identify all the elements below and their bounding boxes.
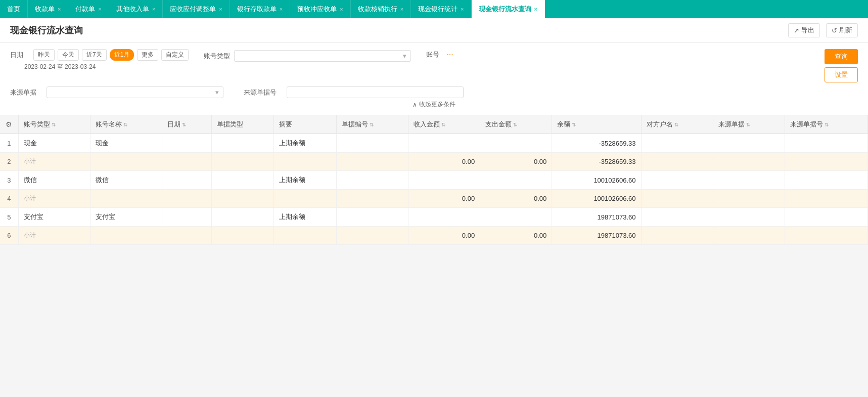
date-btn-today[interactable]: 今天: [58, 49, 79, 61]
date-btn-yesterday[interactable]: 昨天: [33, 49, 55, 61]
col-header-date[interactable]: 日期⇅: [162, 115, 211, 134]
source-doc-value: [51, 89, 53, 96]
query-button[interactable]: 查询: [825, 49, 858, 64]
expense-cell: 0.00: [480, 227, 552, 245]
nav-tab-home[interactable]: 首页: [0, 0, 28, 18]
col-header-doc-type: 单据类型: [211, 115, 274, 134]
source-doc-no-cell: [785, 190, 867, 208]
date-btn-7days[interactable]: 近7天: [82, 49, 107, 61]
header-actions: ↗ 导出 ↺ 刷新: [788, 23, 858, 37]
nav-tab-ar-ap-adjust[interactable]: 应收应付调整单×: [163, 0, 230, 18]
counterparty-cell: [641, 134, 713, 153]
row-number: 1: [0, 134, 18, 153]
close-tab-icon[interactable]: ×: [280, 6, 283, 12]
date-btn-custom[interactable]: 自定义: [161, 49, 189, 61]
income-cell: 0.00: [408, 190, 480, 208]
chevron-down-icon-2: ▾: [215, 89, 219, 96]
close-tab-icon[interactable]: ×: [58, 6, 61, 12]
chevron-up-icon: ∧: [413, 101, 417, 108]
col-label-counterparty: 对方户名: [647, 120, 673, 128]
refresh-button[interactable]: ↺ 刷新: [826, 23, 858, 37]
col-label-doc-type: 单据类型: [217, 120, 243, 128]
source-doc-cell: [713, 134, 785, 153]
date-cell: [162, 208, 211, 227]
settings-button[interactable]: 设置: [825, 67, 858, 82]
close-tab-icon[interactable]: ×: [98, 6, 101, 12]
table-settings-icon[interactable]: ⚙: [6, 120, 12, 128]
nav-tab-cash-bank-stat[interactable]: 现金银行统计×: [411, 0, 471, 18]
date-cell: [162, 190, 211, 208]
account-type-cell: 小计: [18, 190, 90, 208]
income-cell: [408, 208, 480, 227]
balance-cell: 19871073.60: [552, 208, 641, 227]
table-row[interactable]: 5支付宝支付宝上期余额19871073.60: [0, 208, 868, 227]
row-number: 3: [0, 171, 18, 190]
account-type-value: [239, 52, 241, 60]
close-tab-icon[interactable]: ×: [461, 6, 464, 12]
summary-cell: [274, 227, 337, 245]
expense-cell: [480, 208, 552, 227]
col-header-balance[interactable]: 余额⇅: [552, 115, 641, 134]
close-tab-icon[interactable]: ×: [400, 6, 403, 12]
doc-no-cell: [336, 190, 408, 208]
col-header-expense[interactable]: 支出金额⇅: [480, 115, 552, 134]
nav-tab-prepay-offset[interactable]: 预收冲应收单×: [290, 0, 350, 18]
table-row[interactable]: 2小计0.000.00-3528659.33: [0, 153, 868, 171]
col-header-account-name[interactable]: 账号名称⇅: [90, 115, 162, 134]
col-header-doc-no[interactable]: 单据编号⇅: [336, 115, 408, 134]
table-row[interactable]: 3微信微信上期余额100102606.60: [0, 171, 868, 190]
col-header-summary: 摘要: [274, 115, 337, 134]
source-doc-no-cell: [785, 208, 867, 227]
col-label-source-doc-no: 来源单据号: [790, 120, 823, 128]
source-doc-select[interactable]: ▾: [47, 86, 223, 98]
row-number: 5: [0, 208, 18, 227]
nav-tab-cash-bank-flow[interactable]: 现金银行流水查询×: [472, 0, 545, 18]
account-dots-button[interactable]: ···: [443, 50, 456, 59]
close-tab-icon[interactable]: ×: [534, 6, 537, 12]
summary-cell: 上期余额: [274, 208, 337, 227]
close-tab-icon[interactable]: ×: [219, 6, 222, 12]
col-header-income[interactable]: 收入金额⇅: [408, 115, 480, 134]
doc-no-cell: [336, 227, 408, 245]
account-name-cell: [90, 153, 162, 171]
doc-type-cell: [211, 208, 274, 227]
balance-cell: -3528659.33: [552, 134, 641, 153]
doc-type-cell: [211, 190, 274, 208]
filter-area: 日期 昨天今天近7天近1月更多自定义 2023-02-24 至 2023-03-…: [0, 43, 868, 115]
nav-tab-label: 现金银行流水查询: [479, 5, 531, 14]
sort-icon-account-name: ⇅: [123, 122, 127, 127]
nav-tab-label: 其他收入单: [116, 5, 149, 14]
account-type-select[interactable]: ▾: [234, 50, 411, 62]
nav-tab-receipt-verify[interactable]: 收款核销执行×: [351, 0, 411, 18]
close-tab-icon[interactable]: ×: [340, 6, 343, 12]
nav-tab-bank-deposit[interactable]: 银行存取款单×: [230, 0, 290, 18]
source-doc-no-cell: [785, 171, 867, 190]
date-cell: [162, 171, 211, 190]
source-doc-no-input[interactable]: [287, 86, 464, 98]
date-btn-1month[interactable]: 近1月: [110, 49, 134, 61]
table-header: ⚙账号类型⇅账号名称⇅日期⇅单据类型摘要单据编号⇅收入金额⇅支出金额⇅余额⇅对方…: [0, 115, 868, 134]
col-header-source-doc[interactable]: 来源单据⇅: [713, 115, 785, 134]
nav-tab-receipt[interactable]: 收款单×: [28, 0, 68, 18]
nav-tab-other-income[interactable]: 其他收入单×: [109, 0, 163, 18]
balance-cell: 19871073.60: [552, 227, 641, 245]
col-label-doc-no: 单据编号: [342, 120, 368, 128]
close-tab-icon[interactable]: ×: [152, 6, 155, 12]
chevron-down-icon: ▾: [403, 52, 406, 60]
expense-cell: [480, 134, 552, 153]
col-header-account-type[interactable]: 账号类型⇅: [18, 115, 90, 134]
table-row[interactable]: 6小计0.000.0019871073.60: [0, 227, 868, 245]
account-name-cell: 现金: [90, 134, 162, 153]
export-button[interactable]: ↗ 导出: [788, 23, 820, 37]
source-doc-no-cell: [785, 227, 867, 245]
summary-cell: [274, 190, 337, 208]
account-name-cell: 微信: [90, 171, 162, 190]
date-btn-more[interactable]: 更多: [137, 49, 158, 61]
table-row[interactable]: 4小计0.000.00100102606.60: [0, 190, 868, 208]
nav-tab-payment[interactable]: 付款单×: [68, 0, 109, 18]
collapse-button[interactable]: ∧ 收起更多条件: [413, 100, 455, 109]
nav-tab-label: 预收冲应收单: [297, 5, 337, 14]
col-header-counterparty[interactable]: 对方户名⇅: [641, 115, 713, 134]
col-header-source-doc-no[interactable]: 来源单据号⇅: [785, 115, 867, 134]
table-row[interactable]: 1现金现金上期余额-3528659.33: [0, 134, 868, 153]
